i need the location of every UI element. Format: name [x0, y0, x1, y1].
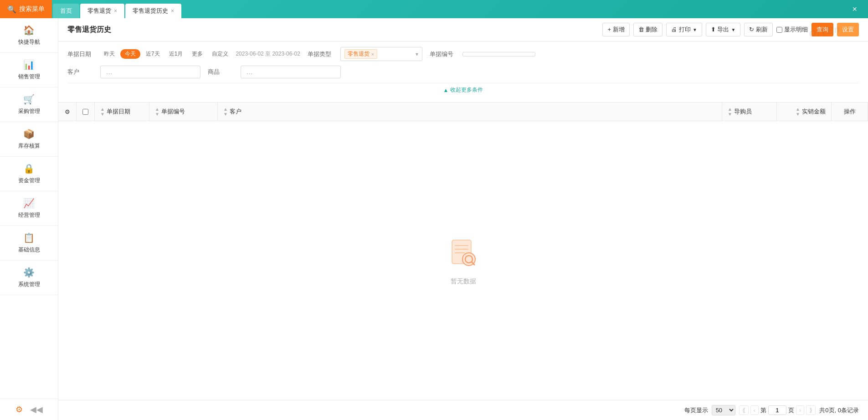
- customer-filter-dots[interactable]: ...: [106, 68, 112, 76]
- search-menu-label: 搜索菜单: [19, 5, 45, 13]
- tab-bar: 首页 零售退货 × 零售退货历史 ×: [52, 0, 841, 18]
- sidebar-item-finance[interactable]: 🔒 资金管理: [0, 157, 58, 191]
- page-suffix: 页: [788, 406, 794, 415]
- tab-retail-return-history-close[interactable]: ×: [171, 8, 174, 14]
- number-filter-input[interactable]: [462, 52, 535, 56]
- date-sort-icon[interactable]: ▲ ▼: [100, 107, 105, 117]
- show-detail-label: 显示明细: [784, 26, 808, 34]
- print-button[interactable]: 🖨 打印 ▼: [666, 23, 702, 36]
- sidebar-item-sales[interactable]: 📊 销售管理: [0, 53, 58, 87]
- date-range-display: 2023-06-02 至 2023-06-02: [236, 50, 300, 58]
- next-page-button[interactable]: ›: [796, 405, 804, 415]
- page-label: 第: [760, 406, 766, 415]
- search-icon: 🔍: [7, 5, 16, 14]
- empty-state: 暂无数据: [58, 121, 868, 400]
- type-filter-remove[interactable]: ×: [371, 51, 374, 57]
- settings-icon: ⚙: [65, 108, 70, 115]
- tab-home[interactable]: 首页: [53, 4, 79, 18]
- per-page-select[interactable]: 10 20 50 100: [712, 405, 735, 415]
- top-right-area: ×: [841, 5, 868, 14]
- table-header: ⚙ ▲ ▼ 单据日期 ▲ ▼ 单据编号: [58, 102, 868, 121]
- sidebar-item-system[interactable]: ⚙️ 系统管理: [0, 261, 58, 295]
- customer-sort-icon[interactable]: ▲ ▼: [223, 107, 228, 117]
- amount-sort-icon[interactable]: ▲ ▼: [796, 107, 800, 117]
- sidebar-item-operations-label: 经营管理: [18, 211, 40, 219]
- export-button[interactable]: ⬆ 导出 ▼: [706, 23, 741, 36]
- type-filter-label: 单据类型: [308, 50, 333, 58]
- search-menu-button[interactable]: 🔍 搜索菜单: [0, 0, 52, 18]
- settings-button-label: 设置: [842, 26, 854, 34]
- tab-retail-return-history[interactable]: 零售退货历史 ×: [125, 4, 181, 18]
- goods-filter-input[interactable]: ...: [241, 66, 341, 78]
- goods-filter-dots[interactable]: ...: [247, 68, 252, 76]
- quick-nav-icon: 🏠: [23, 25, 35, 36]
- page-number-input[interactable]: [768, 405, 786, 415]
- sidebar-item-inventory[interactable]: 📦 库存核算: [0, 122, 58, 157]
- goods-filter-label: 商品: [208, 68, 233, 76]
- volume-icon[interactable]: ◀◀: [30, 405, 43, 415]
- date-btn-custom[interactable]: 自定义: [208, 49, 232, 59]
- date-btn-yesterday[interactable]: 昨天: [100, 49, 118, 59]
- add-button-label: + 新增: [607, 26, 624, 34]
- query-button-label: 查询: [817, 26, 828, 34]
- th-settings[interactable]: ⚙: [58, 102, 77, 121]
- settings-button[interactable]: 设置: [837, 23, 859, 36]
- date-btn-today[interactable]: 今天: [120, 49, 140, 59]
- sidebar-item-sales-label: 销售管理: [18, 73, 40, 81]
- basic-info-icon: 📋: [23, 232, 35, 243]
- export-button-label: ⬆ 导出: [711, 26, 729, 34]
- settings-bottom-icon[interactable]: ⚙: [15, 405, 23, 415]
- sidebar-bottom: ⚙ ◀◀: [0, 399, 58, 420]
- sidebar-item-purchase-label: 采购管理: [18, 108, 40, 115]
- window-close-button[interactable]: ×: [848, 5, 861, 14]
- tab-retail-return-close[interactable]: ×: [114, 8, 117, 14]
- refresh-button-label: ↻ 刷新: [749, 26, 768, 34]
- table-section: ⚙ ▲ ▼ 单据日期 ▲ ▼ 单据编号: [58, 102, 868, 400]
- print-dropdown-icon: ▼: [693, 27, 697, 32]
- first-page-button[interactable]: ⟪: [739, 405, 749, 415]
- th-checkbox[interactable]: [77, 102, 95, 121]
- sidebar-item-operations[interactable]: 📈 经营管理: [0, 191, 58, 226]
- refresh-button[interactable]: ↻ 刷新: [744, 23, 773, 36]
- th-action: 操作: [832, 102, 868, 121]
- th-amount: ▲ ▼ 实销金额: [777, 102, 832, 121]
- th-number-label: 单据编号: [161, 108, 185, 116]
- guide-sort-icon[interactable]: ▲ ▼: [728, 107, 732, 117]
- number-sort-icon[interactable]: ▲ ▼: [155, 107, 159, 117]
- query-button[interactable]: 查询: [812, 23, 833, 36]
- delete-button[interactable]: 🗑 删除: [633, 23, 663, 36]
- customer-filter-input[interactable]: ...: [100, 66, 200, 78]
- sales-icon: 📊: [23, 59, 35, 70]
- add-button[interactable]: + 新增: [602, 23, 629, 36]
- toolbar: + 新增 🗑 删除 🖨 打印 ▼ ⬆ 导出 ▼ ↻ 刷新: [602, 23, 859, 36]
- date-btn-1month[interactable]: 近1月: [165, 49, 187, 59]
- collapse-icon: ▲: [443, 87, 449, 93]
- collapse-bar[interactable]: ▲ 收起更多条件: [67, 83, 859, 97]
- sidebar-item-quick-nav[interactable]: 🏠 快捷导航: [0, 18, 58, 53]
- filter-section: 单据日期 昨天 今天 近7天 近1月 更多 自定义 2023-06-02 至 2…: [58, 41, 868, 102]
- show-detail-checkbox[interactable]: [776, 27, 782, 33]
- type-filter-tag: 零售退货 ×: [344, 49, 377, 59]
- date-btn-more[interactable]: 更多: [188, 49, 206, 59]
- page-header: 零售退货历史 + 新增 🗑 删除 🖨 打印 ▼ ⬆ 导出 ▼ ↻ 刷新: [58, 18, 868, 41]
- sidebar-item-system-label: 系统管理: [18, 281, 40, 288]
- select-all-checkbox[interactable]: [82, 109, 88, 115]
- prev-page-button[interactable]: ‹: [750, 405, 759, 415]
- sidebar-item-quick-nav-label: 快捷导航: [18, 38, 40, 46]
- type-filter-arrow: ▾: [416, 51, 418, 57]
- date-btn-7days[interactable]: 近7天: [142, 49, 164, 59]
- tab-home-label: 首页: [60, 7, 72, 15]
- th-number: ▲ ▼ 单据编号: [149, 102, 218, 121]
- filter-right: 单据类型 零售退货 × ▾ 单据编号: [308, 47, 859, 61]
- sidebar-item-basic-info[interactable]: 📋 基础信息: [0, 226, 58, 261]
- sidebar-item-purchase[interactable]: 🛒 采购管理: [0, 87, 58, 122]
- sidebar-item-finance-label: 资金管理: [18, 177, 40, 184]
- page-title: 零售退货历史: [67, 25, 111, 35]
- show-detail-checkbox-label[interactable]: 显示明细: [776, 26, 808, 34]
- th-date: ▲ ▼ 单据日期: [95, 102, 149, 121]
- system-icon: ⚙️: [23, 267, 35, 278]
- tab-retail-return[interactable]: 零售退货 ×: [80, 4, 124, 18]
- tab-retail-return-history-label: 零售退货历史: [133, 7, 168, 15]
- type-filter-box[interactable]: 零售退货 × ▾: [340, 47, 422, 61]
- last-page-button[interactable]: ⟫: [806, 405, 816, 415]
